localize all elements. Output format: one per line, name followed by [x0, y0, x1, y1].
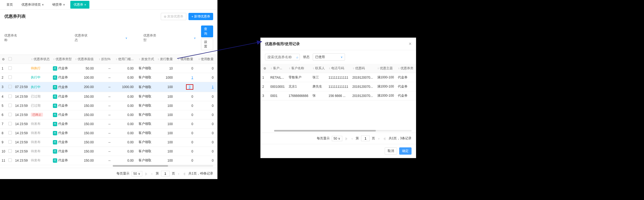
col-type[interactable]: 优惠券类型 — [56, 57, 72, 61]
tab-label: 优惠券 — [74, 2, 83, 7]
search-input[interactable] — [265, 54, 300, 60]
row-checkbox[interactable] — [8, 122, 12, 125]
row-checkbox[interactable] — [8, 131, 12, 134]
table-row[interactable]: 814 23:59待发布代代金券150.00--0.00客户领取10000↗⊞ — [0, 129, 217, 138]
row-index: 5 — [0, 101, 7, 110]
row-checkbox[interactable] — [8, 158, 12, 162]
prev-page-button[interactable]: ‹ — [150, 172, 154, 175]
table-row[interactable]: 1待执行代代金券50.00--0.00客户领取1000↗⊞ — [0, 64, 217, 73]
row-checkbox[interactable] — [8, 113, 12, 116]
gear-icon[interactable]: ⚙ — [2, 57, 5, 61]
cell-name: 17666666666 — [287, 91, 311, 100]
tab[interactable]: 首页 — [3, 1, 16, 9]
distribute-label: 发放优惠券 — [167, 14, 183, 19]
search-icon[interactable]: ⌕ — [296, 55, 298, 59]
col-issue[interactable]: 发行数量 — [160, 57, 173, 61]
table-row[interactable]: 614 23:59已终止代代金券150.00--0.00客户领取10000↗⊞ — [0, 110, 217, 119]
table-row[interactable]: 307 23:59执行中代代金券200.00--1000.00客户领取10031… — [0, 82, 217, 92]
close-icon[interactable]: × — [84, 3, 86, 7]
select-all-checkbox[interactable] — [8, 57, 12, 61]
state-select[interactable]: 已使用 ∨ — [313, 53, 345, 61]
table-row[interactable]: 914 23:59待发布代代金券150.00--0.00客户领取10000↗⊞ — [0, 138, 217, 147]
cell-ccode: 2019120070... — [351, 82, 376, 91]
prev-page-button[interactable]: ‹ — [351, 137, 354, 140]
query-button[interactable]: 查询 — [201, 26, 213, 37]
col-coupon-topic[interactable]: 优惠主题 — [380, 66, 393, 70]
filter-name-input[interactable] — [21, 35, 53, 41]
distribute-button[interactable]: ⊕ 发放优惠券 — [161, 13, 186, 20]
per-page-select[interactable]: 50 ∨ — [332, 136, 343, 141]
claim-link[interactable]: 1 — [191, 76, 193, 79]
tab[interactable]: 优惠券详情页× — [18, 1, 47, 9]
threshold-cell: 0.00 — [114, 110, 137, 119]
col-use[interactable]: 使用数量 — [201, 57, 214, 61]
next-page-button[interactable]: › — [177, 172, 180, 175]
table-row[interactable]: 1014 23:59待发布代代金券150.00--0.00客户领取10000↗⊞ — [0, 147, 217, 156]
row-checkbox[interactable] — [8, 94, 12, 98]
col-contact[interactable]: 联系人 — [315, 66, 325, 70]
filter-status-select[interactable] — [92, 35, 124, 41]
col-cust-code[interactable]: 客户... — [273, 66, 282, 70]
table-row[interactable]: 2执行中代代金券100.00--0.00客户领取100010↗⊞ — [0, 73, 217, 82]
close-icon[interactable]: × — [409, 41, 412, 47]
filter-name-label: 优惠券名称 — [4, 33, 19, 42]
row-checkbox[interactable] — [8, 75, 12, 79]
row-checkbox[interactable] — [8, 149, 12, 153]
gear-icon[interactable]: ⚙ — [263, 67, 266, 70]
row-checkbox[interactable] — [8, 66, 12, 70]
table-row[interactable]: 1RETAIL...零散客户张三111111111112019120070...… — [261, 73, 416, 82]
settings-button[interactable]: 设置 — [201, 38, 213, 50]
use-cell: 0 — [197, 138, 217, 147]
threshold-cell: 0.00 — [114, 101, 137, 110]
col-coupon-type[interactable]: 优惠券类 — [401, 66, 413, 70]
row-checkbox[interactable] — [8, 85, 12, 88]
col-phone[interactable]: 电话号码 — [331, 66, 344, 70]
table-row[interactable]: 714 23:59待发布代代金券150.00--0.00客户领取10000↗⊞ — [0, 119, 217, 129]
table-row[interactable]: 200010001北京1唐先生111111111112019120070...满… — [261, 82, 416, 91]
first-page-button[interactable]: |‹ — [344, 137, 348, 140]
use-link[interactable]: 1 — [212, 85, 214, 89]
checkbox-cell — [7, 92, 13, 101]
first-page-button[interactable]: |‹ — [144, 172, 148, 175]
table-row[interactable]: 514 23:59已过期代代金券150.00--0.00客户领取10000↗⊞ — [0, 101, 217, 110]
col-discount[interactable]: 折扣% — [101, 57, 111, 61]
type-cell: 代代金券 — [51, 110, 73, 119]
table-row[interactable]: 1114 23:59待发布代代金券150.00--0.00客户领取10000↗⊞ — [0, 156, 217, 165]
last-page-button[interactable]: ›| — [182, 172, 186, 175]
page-post-label: 页 — [172, 171, 175, 176]
actions-cell: ↗⊞ — [217, 138, 217, 147]
close-icon[interactable]: × — [42, 3, 44, 7]
h-scrollbar[interactable] — [113, 165, 213, 167]
tab-label: 销货单 — [52, 2, 62, 7]
col-threshold[interactable]: 使用门槛... — [118, 57, 134, 61]
col-cust-name[interactable]: 客户名称 — [291, 66, 304, 70]
page-input[interactable] — [361, 136, 370, 141]
claim-link[interactable]: 3 — [189, 85, 191, 89]
row-checkbox[interactable] — [8, 140, 12, 144]
cancel-button[interactable]: 取消 — [385, 147, 397, 155]
last-page-button[interactable]: ›| — [383, 137, 387, 140]
col-face[interactable]: 优惠券面值 — [78, 57, 94, 61]
table-row[interactable]: 3000117666666666张156 6666 ...2019120070.… — [261, 91, 416, 100]
col-coupon-code[interactable]: 优惠码 — [355, 66, 365, 70]
col-claim[interactable]: 领用数量 — [180, 57, 193, 61]
col-status[interactable]: 优惠券状态 — [34, 57, 50, 61]
per-page-select[interactable]: 50 ∨ — [132, 171, 142, 176]
discount-cell: -- — [97, 129, 114, 138]
filter-type-select[interactable] — [160, 35, 192, 41]
cell-idx: 3 — [261, 91, 269, 100]
confirm-button[interactable]: 确定 — [399, 147, 412, 155]
next-page-button[interactable]: › — [377, 137, 380, 140]
table-row[interactable]: 414 23:59已过期代代金券150.00--0.00客户领取10000↗⊞ — [0, 92, 217, 101]
page-input[interactable] — [161, 171, 170, 176]
face-cell: 150.00 — [73, 101, 97, 110]
add-coupon-button[interactable]: + 新增优惠券 — [188, 13, 213, 20]
threshold-cell: 0.00 — [114, 64, 137, 73]
row-checkbox[interactable] — [8, 104, 12, 107]
tab[interactable]: 优惠券× — [70, 1, 89, 9]
h-scrollbar[interactable] — [274, 130, 412, 132]
tab[interactable]: 销货单× — [49, 1, 68, 9]
col-method[interactable]: 发放方式 — [141, 57, 154, 61]
cell-name: 北京1 — [287, 82, 311, 91]
close-icon[interactable]: × — [63, 3, 65, 7]
